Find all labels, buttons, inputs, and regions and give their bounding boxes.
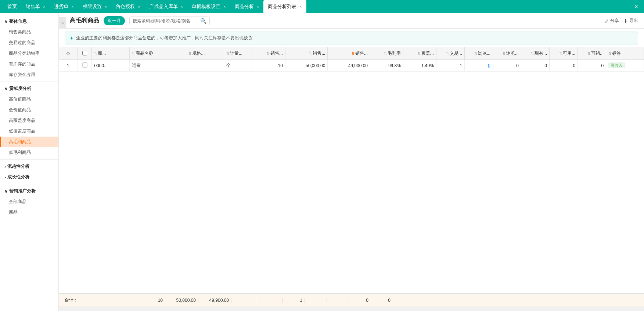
- sidebar-group-marketing[interactable]: ∨ 营销推广分析: [0, 186, 58, 196]
- nav-home[interactable]: 首页: [3, 0, 21, 13]
- nav-close-template[interactable]: ×: [223, 4, 226, 9]
- footer-trade: 1: [283, 298, 305, 303]
- cell-coverage: 1.49%: [403, 60, 436, 72]
- th-spec[interactable]: ⇅规格...: [186, 47, 224, 60]
- sidebar-group-overall[interactable]: ∨ 整体信息: [0, 16, 58, 27]
- sidebar-item-low-value[interactable]: 低价值商品: [0, 105, 58, 115]
- table-row: 1 0000... 运费 个 10 50,000.00 49,900.00 99…: [59, 60, 644, 72]
- sidebar-item-low-coverage[interactable]: 低覆盖度商品: [0, 126, 58, 137]
- bottom-scrollbar[interactable]: [59, 307, 644, 311]
- nav-product-warehouse[interactable]: 产成品入库单 ×: [145, 0, 187, 13]
- content-area: « 高毛利商品 近一月 🔍 ⤢ 分享 ⬇ 导出 ✦ 企: [59, 13, 644, 311]
- sidebar-item-low-margin[interactable]: 低毛利商品: [0, 147, 58, 158]
- info-icon: ✦: [69, 35, 74, 41]
- sidebar-group-growth[interactable]: › 成长性分析: [0, 172, 58, 182]
- nav-permission[interactable]: 权限设置 ×: [78, 0, 111, 13]
- cell-tag: 高收入: [606, 60, 644, 72]
- chevron-down-icon-3: ∨: [4, 189, 8, 194]
- th-sales-qty[interactable]: ⇅销售...: [252, 47, 285, 60]
- chevron-down-icon-2: ∨: [4, 86, 8, 91]
- th-view2[interactable]: ⇅浏览...: [493, 47, 521, 60]
- footer-cells: 10 50,000.00 49,900.00 1 0 0: [140, 298, 644, 303]
- nav-sales-order[interactable]: 销售单 ×: [21, 0, 50, 13]
- chevron-down-icon: ∨: [4, 19, 8, 24]
- th-trade[interactable]: ⇅交易...: [436, 47, 464, 60]
- footer-current: 0: [349, 298, 371, 303]
- main-layout: ∨ 整体信息 销售类商品 交易过的商品 商品分类助销率 有库存的商品 库存资金占…: [0, 13, 644, 311]
- search-icon[interactable]: 🔍: [200, 18, 206, 24]
- nav-template-settings[interactable]: 单据模板设置 ×: [187, 0, 230, 13]
- share-btn[interactable]: ⤢ 分享: [604, 18, 619, 24]
- page-title: 高毛利商品: [70, 17, 99, 25]
- th-sales-amount[interactable]: ⇅销售...: [285, 47, 328, 60]
- select-all-checkbox[interactable]: [82, 51, 87, 55]
- nav-goods-analysis-list[interactable]: 商品分析列表 ×: [263, 0, 306, 13]
- search-box: 🔍: [129, 17, 210, 25]
- search-input[interactable]: [133, 18, 199, 23]
- filter-recent-month[interactable]: 近一月: [104, 16, 125, 25]
- sidebar-collapse-btn[interactable]: «: [59, 17, 66, 29]
- sidebar-item-new-goods[interactable]: 新品: [0, 207, 58, 218]
- th-gross-rate[interactable]: ⇅毛利率: [370, 47, 403, 60]
- th-available[interactable]: ⇅可用...: [550, 47, 578, 60]
- row-checkbox[interactable]: [82, 62, 87, 68]
- nav-goods-analysis[interactable]: 商品分析 ×: [230, 0, 263, 13]
- footer-sales-qty: 10: [140, 298, 165, 303]
- cell-sales-qty: 10: [252, 60, 285, 72]
- th-num: ⚙: [59, 47, 78, 60]
- footer-sales-profit: 49,900.00: [198, 298, 231, 303]
- th-sellable[interactable]: ⇅可销...: [578, 47, 606, 60]
- sidebar-group-trend[interactable]: › 流趋性分析: [0, 161, 58, 172]
- sidebar-item-traded-goods[interactable]: 交易过的商品: [0, 37, 58, 48]
- th-check[interactable]: [78, 47, 92, 60]
- th-code[interactable]: ⇅商...: [92, 47, 130, 60]
- nav-close-analysis[interactable]: ×: [257, 4, 259, 9]
- nav-close-sales[interactable]: ×: [43, 4, 45, 9]
- nav-close-analysis-list[interactable]: ×: [299, 4, 302, 9]
- sidebar-item-in-stock[interactable]: 有库存的商品: [0, 59, 58, 69]
- top-nav: 首页 销售单 × 进货单 × 权限设置 × 角色授权 × 产成品入库单 × 单据…: [0, 0, 644, 13]
- th-sales-profit[interactable]: ⇅销售...: [328, 47, 370, 60]
- nav-purchase-order[interactable]: 进货单 ×: [50, 0, 78, 13]
- export-btn[interactable]: ⬇ 导出: [623, 18, 638, 24]
- nav-close-role[interactable]: ×: [138, 4, 140, 9]
- cell-check[interactable]: [78, 60, 92, 72]
- cell-spec: [186, 60, 224, 72]
- th-current[interactable]: ⇅现有...: [521, 47, 549, 60]
- th-unit[interactable]: ⇅计量...: [224, 47, 252, 60]
- th-coverage[interactable]: ⇅覆盖...: [403, 47, 436, 60]
- cell-num: 1: [59, 60, 78, 72]
- chevron-right-icon: ›: [4, 164, 6, 169]
- sidebar-item-stock-capital[interactable]: 库存资金占用: [0, 69, 58, 80]
- nav-close-permission[interactable]: ×: [105, 4, 107, 9]
- nav-close-product[interactable]: ×: [181, 4, 183, 9]
- cell-code: 0000...: [92, 60, 130, 72]
- sidebar-item-high-margin[interactable]: 高毛利商品: [0, 137, 58, 147]
- footer-available: 0: [371, 298, 393, 303]
- nav-close-purchase[interactable]: ×: [71, 4, 73, 9]
- cell-view1[interactable]: 0: [464, 60, 493, 72]
- data-table-container: ⚙ ⇅商... ⇅商品名称 ⇅规格... ⇅计量... ⇅销售... ⇅销售..…: [59, 47, 644, 293]
- chevron-right-icon-2: ›: [4, 175, 6, 180]
- settings-icon[interactable]: ⚙: [66, 51, 71, 57]
- sidebar-item-category-rate[interactable]: 商品分类助销率: [0, 48, 58, 59]
- sidebar-item-all-goods[interactable]: 全部商品: [0, 196, 58, 207]
- cell-unit: 个: [224, 60, 252, 72]
- window-close-btn[interactable]: ×: [631, 3, 641, 11]
- export-icon: ⬇: [623, 18, 628, 24]
- content-header: 高毛利商品 近一月 🔍 ⤢ 分享 ⬇ 导出: [59, 13, 644, 29]
- sidebar-item-sales-goods[interactable]: 销售类商品: [0, 27, 58, 37]
- cell-name: 运费: [130, 60, 186, 72]
- footer-rate: [231, 298, 257, 303]
- nav-role-auth[interactable]: 角色授权 ×: [111, 0, 144, 13]
- table-footer: 合计： 10 50,000.00 49,900.00 1 0 0: [59, 293, 644, 307]
- sidebar-group-contribution[interactable]: ∨ 贡献度分析: [0, 83, 58, 94]
- sidebar-item-high-value[interactable]: 高价值商品: [0, 94, 58, 105]
- data-table: ⚙ ⇅商... ⇅商品名称 ⇅规格... ⇅计量... ⇅销售... ⇅销售..…: [59, 47, 644, 72]
- cell-current: 0: [521, 60, 549, 72]
- footer-coverage: [257, 298, 283, 303]
- sidebar-item-high-coverage[interactable]: 高覆盖度商品: [0, 115, 58, 126]
- th-tag[interactable]: ⇅标签: [606, 47, 644, 60]
- th-name[interactable]: ⇅商品名称: [130, 47, 186, 60]
- th-view1[interactable]: ⇅浏览...: [464, 47, 493, 60]
